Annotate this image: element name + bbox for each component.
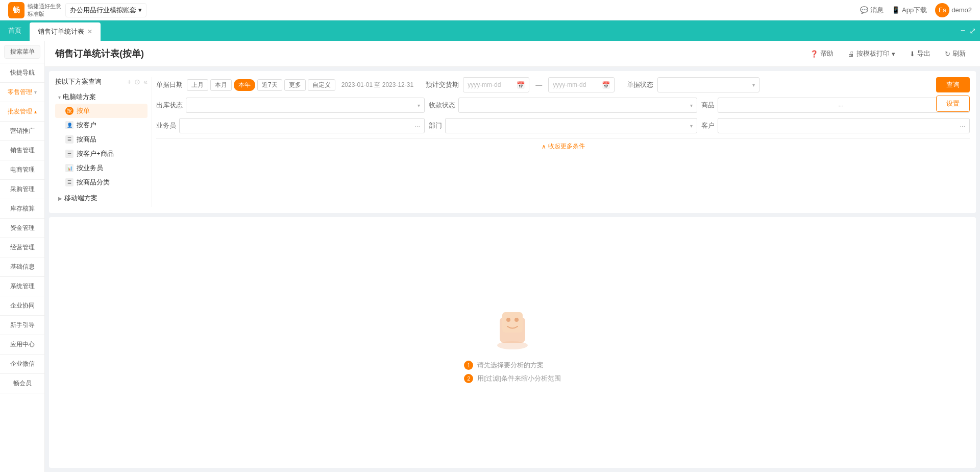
message-button[interactable]: 💬 消息 <box>860 6 884 15</box>
plan-item-by-order[interactable]: 按 按单 <box>55 104 148 118</box>
sidebar-item-system[interactable]: 系统管理 <box>0 277 44 296</box>
content-area: 销售订单统计表(按单) ❓ 帮助 🖨 按模板打印 ▾ ⬇ 导出 ↻ 刷新 <box>45 41 980 472</box>
this-month-btn[interactable]: 本月 <box>210 79 232 91</box>
hint-text-2: 用[过滤]条件来缩小分析范围 <box>477 374 560 383</box>
quick-nav-label: 快捷导航 <box>10 68 35 77</box>
ecommerce-label: 电商管理 <box>10 166 35 174</box>
collapse-up-icon: ∧ <box>542 143 546 150</box>
sidebar-item-appstore[interactable]: 应用中心 <box>0 335 44 355</box>
payment-status-chevron-icon: ▾ <box>690 103 693 108</box>
custom-date-btn[interactable]: 自定义 <box>308 79 335 91</box>
export-icon: ⬇ <box>910 50 915 58</box>
sidebar-item-inventory[interactable]: 库存核算 <box>0 199 44 219</box>
last-7-days-btn[interactable]: 近7天 <box>257 79 282 91</box>
tab-sales-order-stats[interactable]: 销售订单统计表 ✕ <box>30 22 101 41</box>
department-select[interactable]: ▾ <box>445 118 697 133</box>
filter-row-2: 出库状态 ▾ 收款状态 ▾ <box>156 98 970 113</box>
enterprise-label: 企业协同 <box>10 301 35 310</box>
logo-icon: 畅 <box>8 2 24 18</box>
sidebar-item-newbie[interactable]: 新手引导 <box>0 316 44 335</box>
payment-status-label: 收款状态 <box>429 101 455 110</box>
product-input[interactable]: ··· <box>718 98 970 113</box>
date-end-input[interactable]: yyyy-mm-dd 📅 <box>548 77 615 92</box>
salesman-input[interactable]: ··· <box>179 118 425 133</box>
page-header: 销售订单统计表(按单) ❓ 帮助 🖨 按模板打印 ▾ ⬇ 导出 ↻ 刷新 <box>45 41 980 67</box>
mobile-plan-group-header[interactable]: ▶ 移动端方案 <box>55 192 148 205</box>
department-field: 部门 ▾ <box>429 118 697 133</box>
left-panel-header: 按以下方案查询 + ⊙ « <box>55 77 148 86</box>
query-layout: 按以下方案查询 + ⊙ « ▾ 电脑端方案 按 <box>55 77 970 207</box>
tab-close-icon[interactable]: ✕ <box>87 28 92 35</box>
sidebar-item-vip[interactable]: 畅会员 <box>0 374 44 393</box>
retail-label: 零售管理 <box>8 88 32 97</box>
left-panel: 按以下方案查询 + ⊙ « ▾ 电脑端方案 按 <box>55 77 152 207</box>
plan-item-by-product-category-label: 按商品分类 <box>77 178 110 187</box>
sidebar-item-wholesale[interactable]: 批发管理 ▴ <box>0 102 44 122</box>
sidebar-item-marketing[interactable]: 营销推广 <box>0 122 44 141</box>
user-menu[interactable]: Ea demo2 <box>935 3 972 17</box>
tab-home[interactable]: 首页 <box>0 20 30 41</box>
template-print-button[interactable]: 🖨 按模板打印 ▾ <box>844 47 899 60</box>
plan-item-by-product-category[interactable]: ☰ 按商品分类 <box>55 175 148 190</box>
appstore-label: 应用中心 <box>10 340 35 349</box>
main-layout: 搜索菜单 快捷导航 零售管理 ▾ 批发管理 ▴ 营销推广 销售管理 电商管理 采… <box>0 41 980 472</box>
this-year-btn[interactable]: 本年 <box>234 79 255 91</box>
sidebar-item-enterprise[interactable]: 企业协同 <box>0 296 44 316</box>
delivery-status-chevron-icon: ▾ <box>418 103 420 108</box>
more-date-btn[interactable]: 更多 <box>284 79 306 91</box>
export-button[interactable]: ⬇ 导出 <box>905 47 935 60</box>
order-status-label: 单据状态 <box>627 80 653 89</box>
sidebar-item-retail[interactable]: 零售管理 ▾ <box>0 83 44 102</box>
maximize-button[interactable]: ⤢ <box>969 26 976 36</box>
sidebar-item-quick-nav[interactable]: 快捷导航 <box>0 63 44 83</box>
message-icon: 💬 <box>860 6 868 14</box>
help-button[interactable]: ❓ 帮助 <box>806 47 838 60</box>
svg-point-4 <box>514 318 519 322</box>
date-quick-buttons: 上月 本月 本年 近7天 更多 自定义 <box>187 79 335 91</box>
filter-row-1: 单据日期 上月 本月 本年 近7天 更多 自定义 2023-01-01 至 20… <box>156 77 970 92</box>
add-plan-button[interactable]: + <box>127 78 131 86</box>
top-bar: 畅 畅捷通好生意 标准版 办公用品行业模拟账套 ▾ 💬 消息 📱 App下载 E… <box>0 0 980 20</box>
filter-row-3: 业务员 ··· 部门 ▾ <box>156 118 970 133</box>
collapse-button[interactable]: ∧ 收起更多条件 <box>156 138 970 154</box>
order-status-select[interactable]: ▾ <box>657 77 760 92</box>
sidebar-item-operations[interactable]: 经营管理 <box>0 238 44 257</box>
sidebar-item-corpwechat[interactable]: 企业微信 <box>0 355 44 374</box>
query-button[interactable]: 查询 <box>936 77 970 92</box>
workspace-selector[interactable]: 办公用品行业模拟账套 ▾ <box>65 3 146 17</box>
collapse-panel-button[interactable]: « <box>143 78 148 86</box>
delivery-status-select[interactable]: ▾ <box>186 98 425 113</box>
sidebar-item-ecommerce[interactable]: 电商管理 <box>0 160 44 180</box>
plan-item-by-customer[interactable]: 👤 按客户 <box>55 118 148 132</box>
payment-status-select[interactable]: ▾ <box>458 98 697 113</box>
sidebar-item-sales[interactable]: 销售管理 <box>0 141 44 160</box>
mobile-plan-group-label: 移动端方案 <box>64 194 97 203</box>
plan-item-by-salesman-label: 按业务员 <box>77 163 103 173</box>
system-label: 系统管理 <box>10 282 35 291</box>
plan-item-by-product[interactable]: ☰ 按商品 <box>55 132 148 147</box>
hint-text-1: 请先选择要分析的方案 <box>477 361 544 370</box>
search-menu-button[interactable]: 搜索菜单 <box>4 45 40 59</box>
department-chevron-icon: ▾ <box>690 123 693 129</box>
last-month-btn[interactable]: 上月 <box>187 79 208 91</box>
sidebar-item-purchase[interactable]: 采购管理 <box>0 180 44 199</box>
app-download-button[interactable]: 📱 App下载 <box>892 6 927 15</box>
tab-bar-actions: − ⤢ <box>961 26 976 36</box>
sidebar-item-finance[interactable]: 资金管理 <box>0 219 44 238</box>
by-order-icon: 按 <box>65 107 74 115</box>
plan-item-by-salesman[interactable]: 📊 按业务员 <box>55 161 148 175</box>
minimize-button[interactable]: − <box>961 26 965 36</box>
customer-input[interactable]: ··· <box>718 118 970 133</box>
left-panel-title: 按以下方案查询 <box>55 77 102 86</box>
empty-state: 1 请先选择要分析的方案 2 用[过滤]条件来缩小分析范围 <box>49 217 976 468</box>
home-tab-label: 首页 <box>8 26 21 35</box>
date-start-input[interactable]: yyyy-mm-dd 📅 <box>463 77 529 92</box>
settings-button[interactable]: 设置 <box>936 96 970 112</box>
settings-plan-button[interactable]: ⊙ <box>134 78 140 86</box>
pc-plan-group-header[interactable]: ▾ 电脑端方案 <box>55 90 148 104</box>
plan-item-by-customer-product[interactable]: ☰ 按客户+商品 <box>55 147 148 161</box>
filter-action-buttons: 查询 设置 <box>936 77 970 112</box>
refresh-button[interactable]: ↻ 刷新 <box>941 47 970 60</box>
sidebar-item-basic[interactable]: 基础信息 <box>0 257 44 277</box>
corpwechat-label: 企业微信 <box>10 360 35 368</box>
